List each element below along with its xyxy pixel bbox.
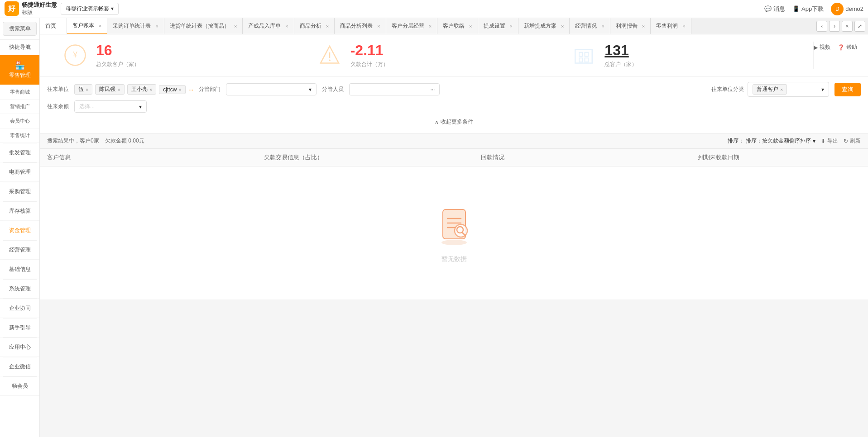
tab-promo-settings[interactable]: 提成设置 × <box>478 18 518 34</box>
remove-tag-1[interactable]: × <box>86 87 88 92</box>
filter-tag-2[interactable]: 陈民强 × <box>95 84 124 95</box>
sidebar-item-inventory[interactable]: 库存核算 <box>0 202 39 221</box>
tab-inbound-stats[interactable]: 进货单统计表（按商品） × <box>164 18 243 34</box>
close-tab-operations[interactable]: × <box>601 24 604 29</box>
tab-profit-report[interactable]: 利润报告 × <box>610 18 651 34</box>
filter-tag-1[interactable]: 伍 × <box>74 84 92 95</box>
sidebar-item-retail-mall[interactable]: 零售商城 <box>0 85 39 100</box>
collapse-filter-btn[interactable]: ∧ 收起更多条件 <box>47 116 861 128</box>
sidebar-item-system[interactable]: 系统管理 <box>0 280 39 299</box>
operations-tab-label: 经营情况 <box>575 22 597 30</box>
sidebar-item-purchase[interactable]: 采购管理 <box>0 182 39 201</box>
sidebar-item-enterprise-collab[interactable]: 企业协同 <box>0 299 39 318</box>
sidebar-item-app-center[interactable]: 应用中心 <box>0 338 39 357</box>
debt-total-icon <box>316 42 343 69</box>
sidebar-item-enterprise-wechat[interactable]: 企业微信 <box>0 357 39 376</box>
sidebar-item-retail-mgmt[interactable]: 🏪 零售管理 <box>0 55 39 85</box>
dept-filter-label: 分管部门 <box>199 86 221 93</box>
user-menu[interactable]: D demo2 <box>831 3 863 15</box>
dept-select[interactable]: ▾ <box>226 83 317 95</box>
demo-select[interactable]: 母婴行业演示帐套 ▾ <box>61 3 119 15</box>
tab-operations[interactable]: 经营情况 × <box>570 18 610 34</box>
quick-nav-btn[interactable]: 快捷导航 <box>0 40 39 55</box>
close-tab-product-analysis-list[interactable]: × <box>377 24 380 29</box>
svg-rect-8 <box>579 58 583 62</box>
chevron-up-icon: ∧ <box>435 119 439 125</box>
remove-tag-2[interactable]: × <box>117 87 120 92</box>
tab-retail-profit[interactable]: 零售利润 × <box>651 18 691 34</box>
svg-rect-5 <box>575 50 593 63</box>
scroll-left-btn[interactable]: ‹ <box>816 21 827 32</box>
close-tab-purchase-order[interactable]: × <box>155 24 158 29</box>
sidebar-item-vip[interactable]: 畅会员 <box>0 377 39 396</box>
product-inbound-tab-label: 产成品入库单 <box>248 22 281 30</box>
stat-info-1: 16 总欠款客户（家） <box>96 42 139 68</box>
app-download-btn[interactable]: 📱 App下载 <box>792 5 824 13</box>
search-menu-btn[interactable]: 搜索菜单 <box>3 22 37 36</box>
close-tab-customer-tier[interactable]: × <box>429 24 432 29</box>
sidebar-item-marketing[interactable]: 营销推广 <box>0 100 39 114</box>
close-tab-product-analysis[interactable]: × <box>326 24 329 29</box>
sidebar-item-wholesale[interactable]: 批发管理 <box>0 143 39 162</box>
filter-tags-unit: 伍 × 陈民强 × 王小亮 × cjttcw × ··· <box>74 84 193 95</box>
customers-debt-icon: ¥ <box>62 42 89 69</box>
svg-text:¥: ¥ <box>72 50 77 59</box>
col-header-repay: 回款情况 <box>481 153 698 162</box>
tab-product-analysis-list[interactable]: 商品分析列表 × <box>335 18 386 34</box>
sidebar-item-new-guide[interactable]: 新手引导 <box>0 318 39 337</box>
tab-customer-contact[interactable]: 客户联络 × <box>437 18 478 34</box>
close-tab-new-promo[interactable]: × <box>561 24 564 29</box>
result-bar-right: 排序： 排序：按欠款金额倒序排序 ▾ ⬇ 导出 ↻ 刷新 <box>728 137 861 145</box>
col-header-customer: 客户信息 <box>47 153 264 162</box>
balance-select[interactable]: 选择... ▾ <box>74 100 147 113</box>
filter-tag-3[interactable]: 王小亮 × <box>127 84 156 95</box>
sidebar-item-capital[interactable]: 资金管理 <box>0 221 39 240</box>
tab-customer-tier[interactable]: 客户分层经营 × <box>386 18 437 34</box>
stat-info-3: 131 总客户（家） <box>604 42 637 68</box>
filter-tag-4[interactable]: cjttcw × <box>159 85 185 94</box>
remove-classify-tag[interactable]: × <box>780 87 783 92</box>
filter-tags-more[interactable]: ··· <box>188 86 194 93</box>
export-icon: ⬇ <box>821 138 825 144</box>
tab-home[interactable]: 首页 <box>40 18 67 34</box>
query-button[interactable]: 查询 <box>834 83 861 96</box>
table-header: 客户信息 欠款交易信息（占比） 回款情况 到期未收款日期 <box>40 149 868 166</box>
product-analysis-list-tab-label: 商品分析列表 <box>340 22 373 30</box>
help-link[interactable]: ❓ 帮助 <box>838 43 857 51</box>
customer-tier-tab-label: 客户分层经营 <box>392 22 424 30</box>
stat-label-1: 总欠款客户（家） <box>96 61 139 68</box>
sort-select[interactable]: 排序： 排序：按欠款金额倒序排序 ▾ <box>728 137 815 145</box>
tab-product-analysis[interactable]: 商品分析 × <box>294 18 335 34</box>
classify-tag-normal[interactable]: 普通客户 × <box>753 84 787 95</box>
close-tab-product-inbound[interactable]: × <box>285 24 288 29</box>
tab-new-promo[interactable]: 新增提成方案 × <box>518 18 570 34</box>
category-select[interactable]: 普通客户 × ▾ <box>748 82 829 97</box>
refresh-btn[interactable]: ↻ 刷新 <box>844 137 861 145</box>
close-tab-customer-contact[interactable]: × <box>469 24 472 29</box>
sidebar-item-business[interactable]: 经营管理 <box>0 241 39 260</box>
video-link[interactable]: ▶ 视频 <box>814 43 830 51</box>
close-tab-profit-report[interactable]: × <box>642 24 645 29</box>
export-btn[interactable]: ⬇ 导出 <box>821 137 838 145</box>
maximize-btn[interactable]: ⤢ <box>854 21 865 32</box>
sidebar-item-ecommerce[interactable]: 电商管理 <box>0 163 39 182</box>
close-tab-retail-profit[interactable]: × <box>682 24 685 29</box>
sidebar-item-basic-info[interactable]: 基础信息 <box>0 260 39 279</box>
tab-purchase-order[interactable]: 采购订单统计表 × <box>107 18 164 34</box>
tab-customer-book[interactable]: 客户账本 × <box>67 18 107 34</box>
person-select[interactable]: ··· <box>349 83 440 95</box>
message-btn[interactable]: 💬 消息 <box>764 5 785 13</box>
remove-tag-4[interactable]: × <box>178 87 181 92</box>
profit-report-tab-label: 利润报告 <box>616 22 638 30</box>
sidebar-item-retail-stats[interactable]: 零售统计 <box>0 128 39 143</box>
close-tab-customer-book[interactable]: × <box>99 23 101 28</box>
remove-tag-3[interactable]: × <box>149 87 152 92</box>
svg-point-4 <box>329 59 331 61</box>
close-all-btn[interactable]: × <box>842 21 853 32</box>
close-tab-inbound-stats[interactable]: × <box>234 24 237 29</box>
sidebar-item-member[interactable]: 会员中心 <box>0 114 39 128</box>
customer-book-tab-label: 客户账本 <box>72 22 94 29</box>
tab-product-inbound[interactable]: 产成品入库单 × <box>243 18 294 34</box>
scroll-right-btn[interactable]: › <box>829 21 840 32</box>
close-tab-promo-settings[interactable]: × <box>510 24 513 29</box>
